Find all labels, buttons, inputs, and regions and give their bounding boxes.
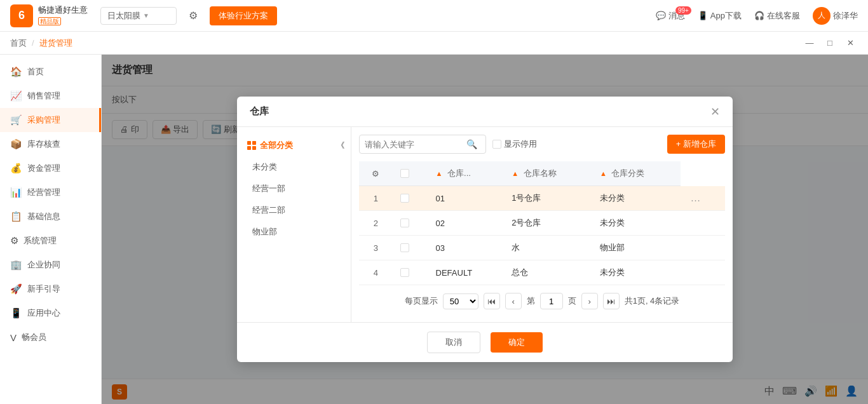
warehouse-name: 水 — [504, 236, 592, 260]
last-page-button[interactable]: ⏭ — [603, 293, 620, 309]
category-item-property[interactable]: 物业部 — [237, 221, 351, 243]
table-row[interactable]: 1 01 1号仓库 未分类 … — [359, 186, 725, 211]
row-select-checkbox[interactable] — [400, 268, 409, 277]
table-row[interactable]: 4 DEFAULT 总仓 未分类 — [359, 260, 725, 285]
logo-text: 畅捷通好生意 精品版 — [38, 5, 88, 26]
modal-body: 全部分类 《 未分类 经营一部 经营二部 物业部 — [237, 127, 733, 322]
sidebar-item-operations[interactable]: 📊 经营管理 — [0, 180, 101, 205]
category-item-operations2[interactable]: 经营二部 — [237, 199, 351, 221]
main-layout: 🏠 首页 📈 销售管理 🛒 采购管理 📦 库存核查 💰 资金管理 📊 经营管理 … — [0, 55, 868, 404]
home-icon: 🏠 — [10, 66, 22, 77]
row-checkbox[interactable] — [393, 211, 428, 236]
sidebar-item-guide[interactable]: 🚀 新手引导 — [0, 277, 101, 301]
warehouse-code: 01 — [428, 186, 505, 211]
search-input[interactable] — [365, 140, 466, 149]
show-disabled-checkbox[interactable] — [492, 140, 501, 149]
row-checkbox[interactable] — [393, 260, 428, 285]
maximize-button[interactable]: □ — [822, 36, 837, 51]
col-code: ▲ 仓库... — [428, 161, 505, 186]
category-item-unclassified[interactable]: 未分类 — [237, 156, 351, 178]
table-header-row: ⚙ ▲ 仓库... — [359, 161, 725, 186]
app-logo: 6 — [10, 4, 33, 27]
store-selector[interactable]: 日太阳膜 ▼ — [100, 7, 177, 25]
row-select-checkbox[interactable] — [400, 194, 409, 203]
select-all-checkbox[interactable] — [400, 169, 409, 178]
warehouse-name: 1号仓库 — [504, 186, 592, 211]
col-category: ▲ 仓库分类 — [592, 161, 681, 186]
per-page-label: 每页显示 — [405, 295, 438, 307]
table-toolbar: 🔍 显示停用 + 新增仓库 — [359, 135, 725, 154]
cancel-button[interactable]: 取消 — [427, 332, 480, 353]
prev-page-button[interactable]: ‹ — [505, 293, 522, 309]
page-unit: 页 — [568, 295, 576, 307]
col-name: ▲ 仓库名称 — [504, 161, 592, 186]
finance-icon: 💰 — [10, 163, 22, 174]
all-categories-button[interactable]: 全部分类 《 — [237, 135, 351, 156]
settings-gear-icon[interactable]: ⚙ — [183, 6, 203, 26]
breadcrumb-home[interactable]: 首页 — [10, 37, 27, 49]
col-checkbox — [393, 161, 428, 186]
per-page-select[interactable]: 50 100 200 — [443, 293, 478, 309]
table-panel: 🔍 显示停用 + 新增仓库 — [351, 127, 733, 322]
sidebar-item-basic-info[interactable]: 📋 基础信息 — [0, 205, 101, 229]
modal-overlay: 仓库 ✕ 全部分类 《 未分类 — [102, 55, 868, 404]
online-service-button[interactable]: 🎧 在线客服 — [754, 10, 800, 22]
sidebar-item-enterprise[interactable]: 🏢 企业协同 — [0, 253, 101, 277]
sales-icon: 📈 — [10, 90, 22, 102]
row-actions[interactable] — [681, 236, 725, 260]
more-actions-icon[interactable]: … — [688, 192, 703, 203]
content-area: 进货管理 按以下 🖨 印 📤 导出 🔄 刷新 查询 设置 仓库 ✕ — [102, 55, 868, 404]
modal-close-button[interactable]: ✕ — [710, 106, 720, 118]
table-row[interactable]: 3 03 水 物业部 — [359, 236, 725, 260]
sidebar-item-purchase[interactable]: 🛒 采购管理 — [0, 108, 101, 132]
app-download-button[interactable]: 📱 App下载 — [698, 10, 742, 22]
confirm-button[interactable]: 确定 — [491, 332, 543, 353]
warehouse-code: 03 — [428, 236, 505, 260]
row-checkbox[interactable] — [393, 186, 428, 211]
row-actions[interactable] — [681, 260, 725, 285]
row-select-checkbox[interactable] — [400, 243, 409, 252]
close-window-button[interactable]: ✕ — [843, 36, 858, 51]
row-checkbox[interactable] — [393, 236, 428, 260]
sidebar-item-home[interactable]: 🏠 首页 — [0, 60, 101, 84]
trial-button[interactable]: 体验行业方案 — [210, 6, 277, 25]
row-actions[interactable]: … — [681, 186, 725, 211]
user-profile-button[interactable]: 人 徐泽华 — [813, 7, 858, 25]
row-num: 3 — [359, 236, 393, 260]
warehouse-category: 未分类 — [592, 211, 681, 236]
first-page-button[interactable]: ⏮ — [484, 293, 500, 309]
minimize-button[interactable]: — — [802, 36, 817, 51]
sidebar-item-member[interactable]: V 畅会员 — [0, 325, 101, 349]
warehouse-name: 2号仓库 — [504, 211, 592, 236]
member-icon: V — [10, 332, 17, 343]
collapse-icon[interactable]: 《 — [337, 140, 344, 151]
inventory-icon: 📦 — [10, 138, 22, 150]
message-button[interactable]: 💬 消息 99+ — [656, 10, 685, 22]
warehouse-category: 物业部 — [592, 236, 681, 260]
warehouse-category: 未分类 — [592, 260, 681, 285]
basic-info-icon: 📋 — [10, 211, 22, 222]
category-item-operations1[interactable]: 经营一部 — [237, 178, 351, 199]
page-number-input[interactable] — [540, 293, 563, 309]
page-label: 第 — [527, 295, 535, 307]
next-page-button[interactable]: › — [581, 293, 598, 309]
show-disabled-label[interactable]: 显示停用 — [492, 138, 537, 150]
top-header: 6 畅捷通好生意 精品版 日太阳膜 ▼ ⚙ 体验行业方案 💬 消息 99+ 📱 … — [0, 0, 868, 32]
row-actions[interactable] — [681, 211, 725, 236]
add-warehouse-button[interactable]: + 新增仓库 — [667, 135, 725, 154]
sidebar-item-sales[interactable]: 📈 销售管理 — [0, 84, 101, 108]
modal-title: 仓库 — [250, 105, 269, 118]
sidebar-item-system[interactable]: ⚙ 系统管理 — [0, 229, 101, 253]
search-icon[interactable]: 🔍 — [466, 139, 477, 149]
enterprise-icon: 🏢 — [10, 259, 22, 271]
modal-header: 仓库 ✕ — [237, 97, 733, 127]
row-select-checkbox[interactable] — [400, 219, 409, 227]
sidebar-item-inventory[interactable]: 📦 库存核查 — [0, 132, 101, 156]
headphone-icon: 🎧 — [754, 11, 764, 20]
search-input-wrap: 🔍 — [359, 135, 486, 154]
sidebar-item-app-center[interactable]: 📱 应用中心 — [0, 301, 101, 325]
app-center-icon: 📱 — [10, 307, 22, 319]
table-row[interactable]: 2 02 2号仓库 未分类 — [359, 211, 725, 236]
breadcrumb-separator: / — [32, 38, 34, 48]
sidebar-item-finance[interactable]: 💰 资金管理 — [0, 156, 101, 180]
